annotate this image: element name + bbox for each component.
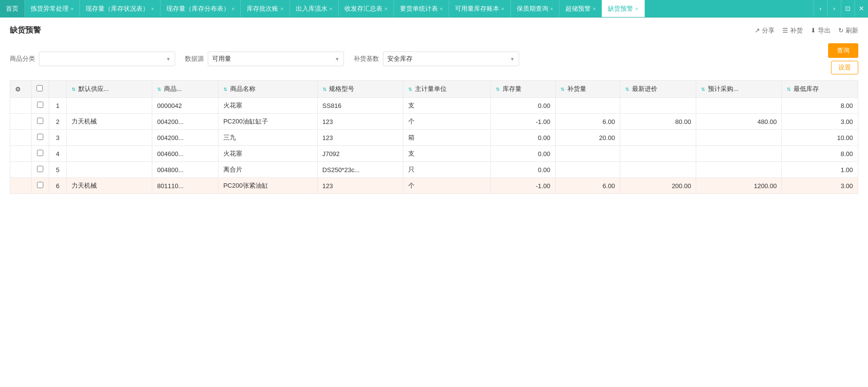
td-product-code: 004200... bbox=[152, 114, 218, 130]
td-min-stock: 3.00 bbox=[782, 178, 858, 194]
gear-icon[interactable]: ⚙ bbox=[15, 86, 21, 93]
td-replenish-qty bbox=[555, 98, 620, 114]
nav-tab-stockout[interactable]: 缺货预警 × bbox=[602, 0, 644, 18]
close-tab-overstock[interactable]: × bbox=[593, 6, 596, 12]
th-est-purchase: ⇅ 预计采购... bbox=[696, 81, 782, 98]
td-rownum: 1 bbox=[49, 98, 67, 114]
th-min-stock: ⇅ 最低库存 bbox=[782, 81, 858, 98]
td-supplier: 力天机械 bbox=[67, 114, 152, 130]
sort-price-icon: ⇅ bbox=[625, 87, 629, 92]
th-num bbox=[49, 81, 67, 98]
td-latest-price bbox=[620, 98, 696, 114]
td-spec: DS250*23c... bbox=[317, 162, 403, 178]
sort-spec-icon: ⇅ bbox=[323, 87, 326, 92]
page-header: 缺货预警 ↗ 分享 ☰ 补货 ⬇ 导出 ↻ 刷新 bbox=[10, 25, 858, 35]
td-est-purchase bbox=[696, 130, 782, 146]
close-tab-stockout[interactable]: × bbox=[635, 6, 638, 12]
nav-close-btn[interactable]: ✕ bbox=[854, 0, 868, 18]
th-spec: ⇅ 规格型号 bbox=[317, 81, 403, 98]
datasource-value: 可用量 bbox=[212, 54, 231, 63]
close-tab-summary[interactable]: × bbox=[384, 6, 387, 12]
td-rownum: 3 bbox=[49, 130, 67, 146]
td-min-stock: 8.00 bbox=[782, 98, 858, 114]
nav-tab-overstock[interactable]: 超储预警 × bbox=[560, 0, 602, 18]
td-checkbox bbox=[32, 178, 49, 194]
nav-tab-flow[interactable]: 出入库流水 × bbox=[290, 0, 339, 18]
td-settings bbox=[10, 98, 32, 114]
td-est-purchase: 480.00 bbox=[696, 114, 782, 130]
row-checkbox[interactable] bbox=[37, 118, 43, 124]
close-tab-available[interactable]: × bbox=[501, 6, 504, 12]
td-min-stock: 1.00 bbox=[782, 162, 858, 178]
nav-restore-btn[interactable]: ⊡ bbox=[841, 0, 854, 18]
td-settings bbox=[10, 130, 32, 146]
replenish-button[interactable]: ☰ 补货 bbox=[782, 26, 803, 35]
close-tab-expiry[interactable]: × bbox=[550, 6, 553, 12]
nav-tab-home[interactable]: 首页 bbox=[0, 0, 25, 18]
td-product-code: 0000042 bbox=[152, 98, 218, 114]
nav-tab-available[interactable]: 可用量库存账本 × bbox=[449, 0, 510, 18]
filter-row: 商品分类 ▼ 数据源 可用量 ▼ 补货基数 安全库存 ▼ 查询 bbox=[10, 43, 858, 74]
td-stock: 0.00 bbox=[490, 98, 555, 114]
td-settings bbox=[10, 178, 32, 194]
close-tab-order-stat[interactable]: × bbox=[440, 6, 443, 12]
nav-tab-stock2[interactable]: 现存量（库存分布表） × bbox=[161, 0, 241, 18]
td-product-code: 801110... bbox=[152, 178, 218, 194]
sort-min-icon: ⇅ bbox=[787, 87, 791, 92]
nav-tab-batch[interactable]: 库存批次账 × bbox=[241, 0, 289, 18]
td-checkbox bbox=[32, 98, 49, 114]
datasource-label: 数据源 bbox=[185, 54, 204, 63]
close-tab-picking[interactable]: × bbox=[71, 6, 73, 12]
row-checkbox[interactable] bbox=[37, 134, 43, 140]
nav-prev-btn[interactable]: ‹ bbox=[814, 0, 827, 18]
td-rownum: 5 bbox=[49, 162, 67, 178]
category-chevron-icon: ▼ bbox=[166, 56, 171, 62]
sort-replenish-icon: ⇅ bbox=[561, 87, 564, 92]
nav-tab-summary[interactable]: 收发存汇总表 × bbox=[339, 0, 394, 18]
replenish-basis-select[interactable]: 安全库存 ▼ bbox=[383, 52, 519, 66]
td-est-purchase bbox=[696, 98, 782, 114]
sort-stock-icon: ⇅ bbox=[496, 87, 500, 92]
td-unit: 支 bbox=[403, 98, 490, 114]
row-checkbox[interactable] bbox=[37, 150, 43, 156]
nav-tab-order-stat[interactable]: 要货单统计表 × bbox=[394, 0, 449, 18]
close-tab-flow[interactable]: × bbox=[329, 6, 332, 12]
th-settings: ⚙ bbox=[10, 81, 32, 98]
row-checkbox[interactable] bbox=[37, 166, 43, 172]
th-latest-price: ⇅ 最新进价 bbox=[620, 81, 696, 98]
th-supplier: ⇅ 默认供应... bbox=[67, 81, 152, 98]
td-unit: 个 bbox=[403, 178, 490, 194]
th-stock: ⇅ 库存量 bbox=[490, 81, 555, 98]
query-button[interactable]: 查询 bbox=[828, 43, 858, 58]
filter-category-group: 商品分类 ▼ bbox=[10, 52, 175, 66]
nav-tab-expiry[interactable]: 保质期查询 × bbox=[511, 0, 560, 18]
close-tab-stock2[interactable]: × bbox=[232, 6, 235, 12]
close-tab-batch[interactable]: × bbox=[280, 6, 283, 12]
settings-button[interactable]: 设置 bbox=[831, 61, 858, 74]
filter-datasource-group: 数据源 可用量 ▼ bbox=[185, 52, 344, 66]
td-rownum: 4 bbox=[49, 146, 67, 162]
datasource-select[interactable]: 可用量 ▼ bbox=[208, 52, 344, 66]
row-checkbox[interactable] bbox=[37, 182, 43, 188]
row-checkbox[interactable] bbox=[37, 102, 43, 108]
refresh-button[interactable]: ↻ 刷新 bbox=[838, 26, 858, 35]
header-actions: ↗ 分享 ☰ 补货 ⬇ 导出 ↻ 刷新 bbox=[755, 26, 858, 35]
category-select[interactable]: ▼ bbox=[39, 52, 175, 66]
nav-tab-stock1[interactable]: 现存量（库存状况表） × bbox=[80, 0, 160, 18]
td-product-name: 离合片 bbox=[218, 162, 317, 178]
td-checkbox bbox=[32, 146, 49, 162]
td-product-name: 火花塞 bbox=[218, 98, 317, 114]
th-product-name: ⇅ 商品名称 bbox=[218, 81, 317, 98]
td-min-stock: 10.00 bbox=[782, 130, 858, 146]
close-tab-stock1[interactable]: × bbox=[151, 6, 154, 12]
td-supplier bbox=[67, 98, 152, 114]
nav-next-btn[interactable]: › bbox=[827, 0, 841, 18]
td-stock: 0.00 bbox=[490, 130, 555, 146]
nav-arrows: ‹ › ⊡ ✕ bbox=[814, 0, 868, 18]
select-all-checkbox[interactable] bbox=[36, 85, 43, 91]
refresh-icon: ↻ bbox=[838, 27, 844, 34]
nav-tab-picking[interactable]: 拣货异常处理 × bbox=[25, 0, 80, 18]
table-row: 4 004600... 火花塞 J7092 支 0.00 8.00 bbox=[10, 146, 858, 162]
export-button[interactable]: ⬇ 导出 bbox=[811, 26, 831, 35]
share-button[interactable]: ↗ 分享 bbox=[755, 26, 775, 35]
